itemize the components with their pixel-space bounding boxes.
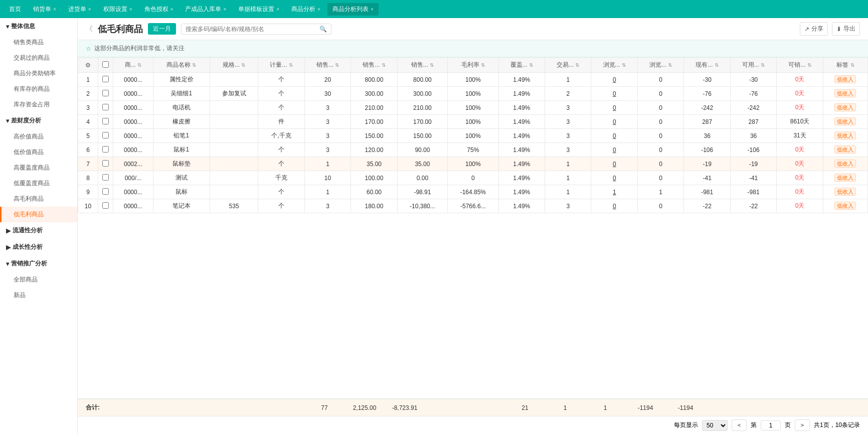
sidebar-item-new-goods[interactable]: 新品	[0, 287, 77, 303]
col-header-check[interactable]	[98, 58, 113, 73]
nav-product-inbound[interactable]: 产成品入库单 ×	[180, 3, 231, 16]
col-header-sale3[interactable]: 销售... ⇅	[397, 58, 447, 73]
sidebar-item-high-value[interactable]: 高价值商品	[0, 129, 77, 144]
cell-check[interactable]	[98, 87, 113, 101]
export-btn[interactable]: ⬇ 导出	[832, 22, 860, 36]
row-checkbox[interactable]	[102, 188, 109, 195]
sidebar-item-stocked-goods[interactable]: 有库存的商品	[0, 81, 77, 97]
col-header-name[interactable]: 商品名称 ⇅	[153, 58, 210, 73]
cell-view1[interactable]: 0	[591, 171, 637, 185]
cell-view1[interactable]: 0	[591, 129, 637, 143]
sidebar-item-high-cover[interactable]: 高覆盖度商品	[0, 160, 77, 176]
row-checkbox[interactable]	[102, 160, 109, 167]
cell-cover: 1.49%	[498, 101, 545, 115]
col-header-sale2[interactable]: 销售... ⇅	[351, 58, 397, 73]
sidebar-item-all-goods[interactable]: 全部商品	[0, 272, 77, 287]
cell-check[interactable]	[98, 171, 113, 185]
cell-view1[interactable]: 0	[591, 157, 637, 171]
col-header-stock[interactable]: 现有... ⇅	[684, 58, 730, 73]
cell-view1[interactable]: 1	[591, 185, 637, 199]
cell-cover: 1.49%	[498, 115, 545, 129]
cell-view1[interactable]: 0	[591, 73, 637, 87]
cell-check[interactable]	[98, 157, 113, 171]
cell-view1[interactable]: 0	[591, 143, 637, 157]
nav-permission-settings[interactable]: 权限设置 ×	[98, 3, 137, 16]
nav-product-analysis-list[interactable]: 商品分析列表 ×	[327, 3, 379, 16]
nav-template-settings[interactable]: 单据模板设置 ×	[233, 3, 284, 16]
sidebar-group-overview[interactable]: ▾ 整体信息	[0, 18, 77, 35]
col-header-tag[interactable]: 标签 ⇅	[823, 58, 867, 73]
nav-close-sales-order[interactable]: ×	[53, 7, 56, 12]
row-checkbox[interactable]	[102, 132, 109, 138]
sidebar-group-quadrant[interactable]: ▾ 差财度分析	[0, 112, 77, 129]
gear-icon[interactable]: ⚙	[85, 62, 91, 69]
row-checkbox[interactable]	[102, 146, 109, 153]
prev-page-btn[interactable]: ＜	[732, 419, 747, 431]
sidebar-item-low-value[interactable]: 低价值商品	[0, 144, 77, 160]
nav-close-analysis[interactable]: ×	[317, 7, 320, 12]
row-checkbox[interactable]	[102, 118, 109, 124]
sidebar-group-marketing[interactable]: ▾ 营销推广分析	[0, 255, 77, 272]
sidebar-group-growth[interactable]: ▶ 成长性分析	[0, 239, 77, 255]
row-checkbox[interactable]	[102, 76, 109, 82]
sidebar-item-high-margin[interactable]: 高毛利商品	[0, 191, 77, 207]
col-header-saleable[interactable]: 可销... ⇅	[777, 58, 823, 73]
time-filter-btn[interactable]: 近一月	[148, 23, 176, 35]
search-input[interactable]	[186, 26, 316, 33]
content-area: 《 低毛利商品 近一月 🔍 ↗ 分享 ⬇ 导出 ☆ 这部分商品的利润非常低，	[78, 18, 868, 434]
cell-view1[interactable]: 0	[591, 101, 637, 115]
share-btn[interactable]: ↗ 分享	[800, 22, 828, 36]
sidebar-item-stock-fund[interactable]: 库存资金占用	[0, 97, 77, 112]
cell-view1[interactable]: 0	[591, 115, 637, 129]
col-header-avail[interactable]: 可用... ⇅	[730, 58, 776, 73]
nav-close-permission[interactable]: ×	[129, 7, 132, 12]
col-header-spec[interactable]: 规格... ⇅	[210, 58, 258, 73]
cell-sale3: 150.00	[397, 129, 447, 143]
cell-unit: 个	[258, 101, 304, 115]
cell-check[interactable]	[98, 115, 113, 129]
sidebar-item-sales-goods[interactable]: 销售类商品	[0, 35, 77, 50]
nav-close-analysis-list[interactable]: ×	[371, 7, 374, 12]
cell-check[interactable]	[98, 73, 113, 87]
cell-check[interactable]	[98, 101, 113, 115]
nav-close-template[interactable]: ×	[276, 7, 279, 12]
nav-home[interactable]: 首页	[4, 3, 26, 16]
cell-check[interactable]	[98, 129, 113, 143]
sidebar-item-category-rate[interactable]: 商品分类助销率	[0, 66, 77, 81]
cell-view1[interactable]: 0	[591, 87, 637, 101]
col-header-sale1[interactable]: 销售... ⇅	[304, 58, 351, 73]
nav-sales-order[interactable]: 销货单 ×	[28, 3, 61, 16]
cell-seq: 4	[78, 115, 98, 129]
nav-product-analysis[interactable]: 商品分析 ×	[286, 3, 325, 16]
nav-role-auth[interactable]: 角色授权 ×	[139, 3, 179, 16]
row-checkbox[interactable]	[102, 174, 109, 181]
nav-close-purchase-order[interactable]: ×	[88, 7, 91, 12]
nav-close-role-auth[interactable]: ×	[170, 7, 173, 12]
sidebar-collapse-btn[interactable]: 《	[86, 25, 93, 34]
sidebar-item-traded-goods[interactable]: 交易过的商品	[0, 50, 77, 66]
nav-purchase-order[interactable]: 进货单 ×	[63, 3, 96, 16]
sidebar-group-circulation[interactable]: ▶ 流通性分析	[0, 222, 77, 239]
row-checkbox[interactable]	[102, 202, 109, 209]
col-header-margin[interactable]: 毛利率 ⇅	[448, 58, 498, 73]
row-checkbox[interactable]	[102, 104, 109, 110]
col-header-cover[interactable]: 覆盖... ⇅	[498, 58, 545, 73]
col-header-trade[interactable]: 交易... ⇅	[545, 58, 591, 73]
cell-check[interactable]	[98, 185, 113, 199]
nav-close-product-inbound[interactable]: ×	[223, 7, 226, 12]
col-header-view1[interactable]: 浏览... ⇅	[591, 58, 637, 73]
next-page-btn[interactable]: ＞	[795, 419, 810, 431]
row-checkbox[interactable]	[102, 90, 109, 96]
cell-check[interactable]	[98, 143, 113, 157]
sidebar-item-low-margin[interactable]: 低毛利商品	[0, 207, 77, 222]
col-header-view2[interactable]: 浏览... ⇅	[637, 58, 683, 73]
sidebar-item-low-cover[interactable]: 低覆盖度商品	[0, 176, 77, 191]
cell-view1[interactable]: 0	[591, 199, 637, 213]
select-all-checkbox[interactable]	[102, 61, 109, 68]
per-page-select[interactable]: 50 100 200	[702, 420, 728, 431]
col-header-unit[interactable]: 计量... ⇅	[258, 58, 304, 73]
cell-check[interactable]	[98, 199, 113, 213]
page-input[interactable]	[761, 420, 781, 430]
col-header-code[interactable]: 商... ⇅	[113, 58, 153, 73]
search-icon[interactable]: 🔍	[319, 26, 327, 33]
